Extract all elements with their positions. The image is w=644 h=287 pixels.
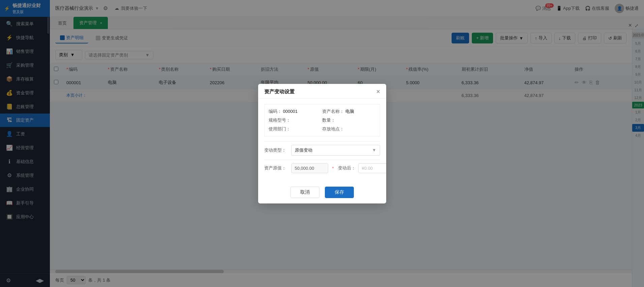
modal-code-label: 编码： <box>269 108 282 115</box>
modal-title: 资产变动设置 <box>264 89 295 95</box>
after-value-input[interactable] <box>358 163 386 173</box>
modal-spec-field: 规格型号： <box>269 117 322 123</box>
modal-location-label: 存放地点： <box>322 126 344 132</box>
asset-change-modal: 资产变动设置 × 编码： 000001 资产名称： 电脑 规格型号： 数 <box>258 84 386 203</box>
modal-quantity-label: 数量： <box>322 117 335 123</box>
change-type-row: 变动类型： 原值变动 ▼ <box>264 145 380 156</box>
modal-asset-name-value: 电脑 <box>345 108 354 115</box>
modal-quantity-field: 数量： <box>322 117 376 123</box>
modal-location-field: 存放地点： <box>322 126 376 132</box>
modal-footer: 取消 保存 <box>258 183 386 203</box>
change-type-value: 原值变动 <box>295 147 312 153</box>
value-change-row: 资产原值： * 变动后： <box>264 163 380 173</box>
cancel-button[interactable]: 取消 <box>290 187 319 198</box>
modal-header: 资产变动设置 × <box>258 84 386 99</box>
modal-dept-label: 使用部门： <box>269 126 290 132</box>
change-type-select[interactable]: 原值变动 ▼ <box>291 145 380 156</box>
modal-divider-1 <box>264 141 380 141</box>
modal-divider-2 <box>264 160 380 160</box>
after-label: 变动后： <box>338 165 356 171</box>
change-type-arrow-icon: ▼ <box>372 148 376 153</box>
original-value-input <box>291 163 328 173</box>
modal-asset-name-field: 资产名称： 电脑 <box>322 108 376 115</box>
modal-code-value: 000001 <box>283 109 298 114</box>
modal-info-grid: 编码： 000001 资产名称： 电脑 规格型号： 数量： 使用部门： <box>264 104 380 136</box>
modal-body: 编码： 000001 资产名称： 电脑 规格型号： 数量： 使用部门： <box>258 99 386 183</box>
modal-code-field: 编码： 000001 <box>269 108 322 115</box>
modal-asset-name-label: 资产名称： <box>322 108 344 115</box>
modal-overlay: 资产变动设置 × 编码： 000001 资产名称： 电脑 规格型号： 数 <box>0 0 644 287</box>
modal-spec-label: 规格型号： <box>269 117 290 123</box>
required-star: * <box>332 166 334 171</box>
modal-dept-field: 使用部门： <box>269 126 322 132</box>
modal-close-button[interactable]: × <box>376 89 380 95</box>
change-type-label: 变动类型： <box>264 147 288 153</box>
save-button[interactable]: 保存 <box>325 187 354 198</box>
original-value-label: 资产原值： <box>264 165 288 171</box>
